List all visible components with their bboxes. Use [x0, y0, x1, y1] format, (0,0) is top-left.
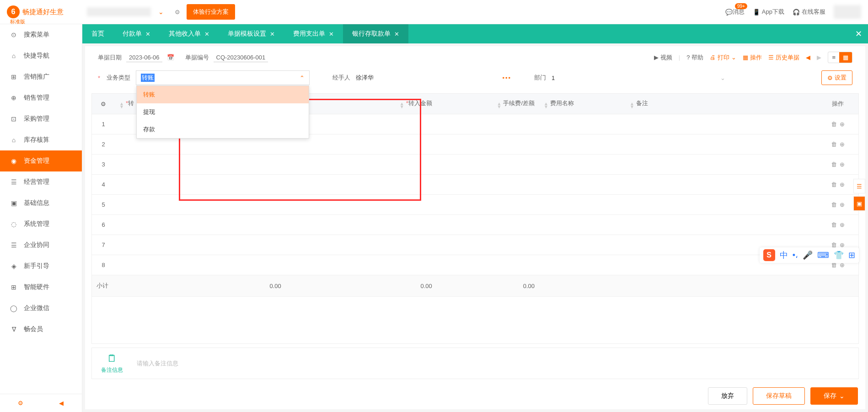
more-icon[interactable]: ••• [502, 75, 511, 81]
delete-icon[interactable]: 🗑 [831, 141, 837, 148]
remark-input[interactable] [137, 360, 854, 367]
sidebar-item-10[interactable]: ☰企业协同 [0, 235, 82, 256]
view-list[interactable]: ≡ [828, 52, 839, 63]
close-icon[interactable]: ✕ [270, 31, 275, 37]
ime-logo-icon[interactable]: S [763, 249, 775, 261]
dropdown-item-deposit[interactable]: 存款 [137, 121, 309, 138]
ime-mic-icon[interactable]: 🎤 [803, 250, 813, 260]
handler-value: 徐泽华 [356, 74, 374, 82]
table-row[interactable]: 4🗑⊕ [92, 175, 858, 195]
promo-button[interactable]: 体验行业方案 [187, 4, 235, 20]
sidebar-item-14[interactable]: ∇畅会员 [0, 319, 82, 340]
tab-label: 付款单 [123, 30, 142, 38]
close-all-tabs[interactable]: ✕ [849, 24, 868, 43]
sidebar-item-13[interactable]: ◯企业微信 [0, 298, 82, 319]
sidebar-item-9[interactable]: ◌系统管理 [0, 214, 82, 235]
th-ops: 操作 [817, 94, 858, 114]
sidebar-item-7[interactable]: ☰经营管理 [0, 171, 82, 193]
save-draft-button[interactable]: 保存草稿 [753, 387, 805, 405]
close-icon[interactable]: ✕ [204, 31, 209, 37]
content: 单据日期 2023-06-06 📅 单据编号 CQ-20230606-001 ▶… [85, 46, 865, 409]
history-button[interactable]: ☰历史单据 [768, 54, 799, 62]
video-link[interactable]: ▶视频 [654, 54, 672, 62]
sidebar-item-5[interactable]: ⌂库存核算 [0, 129, 82, 150]
biz-type-select[interactable]: 转账 ⌃ 转账 提现 存款 [136, 70, 310, 85]
handler-select[interactable]: 徐泽华 ••• [356, 71, 511, 85]
sidebar-collapse-icon[interactable]: ◀ [41, 394, 82, 412]
app-download-link[interactable]: 📱 App下载 [753, 8, 784, 16]
date-value[interactable]: 2023-06-06 [126, 53, 162, 62]
sidebar-item-6[interactable]: ◉资金管理 [0, 150, 82, 171]
ime-grid-icon[interactable]: ⊞ [848, 250, 855, 260]
th-remark2[interactable]: ▲▼备注 [625, 94, 817, 114]
ime-shirt-icon[interactable]: 👕 [834, 250, 844, 260]
close-icon[interactable]: ✕ [145, 31, 150, 37]
delete-icon[interactable]: 🗑 [831, 121, 837, 128]
close-icon[interactable]: ✕ [329, 31, 334, 37]
float-btn-2[interactable]: ▣ [853, 196, 865, 211]
support-link[interactable]: 🎧 在线客服 [793, 8, 825, 16]
operate-button[interactable]: ▦操作 [743, 54, 762, 62]
sidebar-item-11[interactable]: ◈新手引导 [0, 256, 82, 277]
dropdown-item-transfer[interactable]: 转账 [137, 86, 309, 103]
sidebar-item-2[interactable]: ⊞营销推广 [0, 66, 82, 87]
tab-1[interactable]: 付款单✕ [113, 24, 160, 43]
dropdown-item-withdraw[interactable]: 提现 [137, 103, 309, 121]
print-button[interactable]: 🖨打印 ⌄ [710, 54, 736, 62]
tab-3[interactable]: 单据模板设置✕ [219, 24, 284, 43]
calendar-icon[interactable]: 📅 [167, 54, 174, 61]
sidebar-item-label: 新手引导 [24, 262, 49, 270]
close-icon[interactable]: ✕ [394, 31, 399, 37]
sidebar-item-3[interactable]: ⊕销售管理 [0, 87, 82, 108]
sidebar-item-1[interactable]: ⌂快捷导航 [0, 45, 82, 66]
th-gear[interactable]: ⚙ [92, 94, 115, 114]
add-icon[interactable]: ⊕ [840, 141, 845, 148]
gear-icon[interactable]: ⚙ [175, 9, 180, 16]
sidebar-item-8[interactable]: ▣基础信息 [0, 193, 82, 214]
view-grid[interactable]: ▦ [839, 52, 852, 63]
tab-0[interactable]: 首页 [82, 24, 113, 43]
ime-lang[interactable]: 中 [780, 250, 788, 261]
add-icon[interactable]: ⊕ [840, 221, 845, 228]
add-icon[interactable]: ⊕ [840, 121, 845, 128]
th-transfer-in-amount[interactable]: ▲▼*转入金额 [346, 94, 437, 114]
save-button[interactable]: 保存⌄ [810, 387, 858, 405]
messages-link[interactable]: 💬 消息 99+ [725, 8, 745, 16]
float-btn-1[interactable]: ☰ [853, 179, 865, 193]
discard-button[interactable]: 放弃 [708, 387, 747, 405]
settings-button[interactable]: ⚙ 设置 [821, 70, 852, 85]
org-name[interactable] [87, 7, 151, 16]
delete-icon[interactable]: 🗑 [831, 221, 837, 228]
next-doc[interactable]: ▶ [817, 54, 821, 61]
ime-punct-icon[interactable]: •، [793, 250, 798, 260]
table-row[interactable]: 6🗑⊕ [92, 215, 858, 235]
help-link[interactable]: ?帮助 [686, 54, 703, 62]
add-icon[interactable]: ⊕ [840, 161, 845, 168]
delete-icon[interactable]: 🗑 [831, 161, 837, 168]
sidebar-item-0[interactable]: ⊙搜索菜单 [0, 24, 82, 45]
table-row[interactable]: 7🗑⊕ [92, 235, 858, 255]
th-fee-name[interactable]: ▲▼费用名称 [539, 94, 625, 114]
add-icon[interactable]: ⊕ [840, 201, 845, 208]
help-icon: ? [686, 54, 690, 61]
add-icon[interactable]: ⊕ [840, 181, 845, 188]
ime-keyboard-icon[interactable]: ⌨ [817, 250, 829, 260]
th-fee-diff[interactable]: ▲▼手续费/差额 [437, 94, 539, 114]
table-row[interactable]: 8🗑⊕ [92, 255, 858, 275]
remark-section: 🗒 备注信息 [91, 348, 859, 379]
sidebar-item-4[interactable]: ⊡采购管理 [0, 108, 82, 129]
sidebar-item-label: 经营管理 [24, 178, 49, 186]
sidebar-settings-icon[interactable]: ⚙ [0, 394, 41, 412]
prev-doc[interactable]: ◀ [806, 54, 810, 61]
delete-icon[interactable]: 🗑 [831, 201, 837, 208]
dept-select[interactable]: 1 ⌄ [552, 75, 725, 81]
table-row[interactable]: 5🗑⊕ [92, 195, 858, 215]
tab-4[interactable]: 费用支出单✕ [284, 24, 343, 43]
delete-icon[interactable]: 🗑 [831, 181, 837, 188]
chevron-down-icon[interactable]: ⌄ [158, 8, 164, 16]
table-row[interactable]: 3🗑⊕ [92, 155, 858, 175]
sidebar-item-12[interactable]: ⊞智能硬件 [0, 277, 82, 298]
avatar[interactable] [834, 5, 861, 19]
tab-2[interactable]: 其他收入单✕ [160, 24, 219, 43]
tab-5[interactable]: 银行存取款单✕ [343, 24, 408, 43]
